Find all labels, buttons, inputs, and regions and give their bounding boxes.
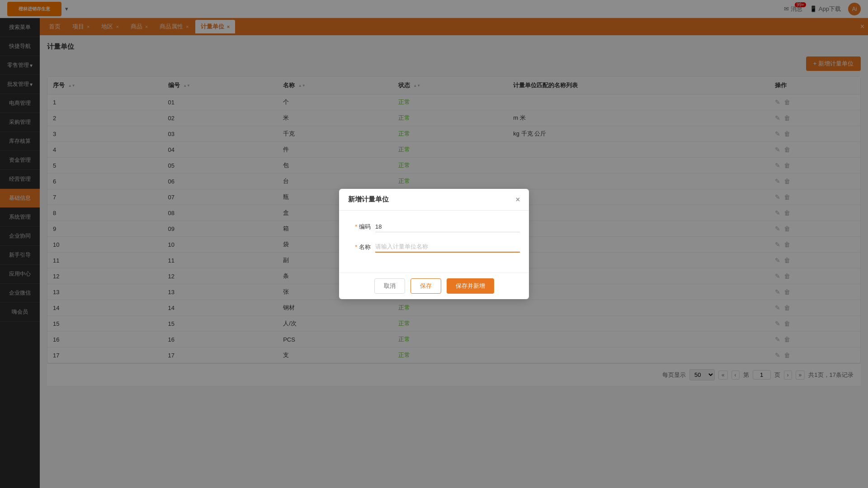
add-unit-modal: 新增计量单位 × 编码 名称 取消 保存 保存并新增 bbox=[339, 189, 529, 299]
modal-footer: 取消 保存 保存并新增 bbox=[339, 272, 529, 299]
cancel-button[interactable]: 取消 bbox=[374, 278, 405, 294]
modal-overlay: 新增计量单位 × 编码 名称 取消 保存 保存并新增 bbox=[0, 0, 868, 488]
code-label: 编码 bbox=[348, 223, 375, 231]
name-input[interactable] bbox=[375, 241, 520, 253]
save-button[interactable]: 保存 bbox=[410, 278, 441, 294]
form-row-code: 编码 bbox=[348, 221, 520, 232]
form-row-name: 名称 bbox=[348, 241, 520, 253]
modal-close-button[interactable]: × bbox=[516, 196, 520, 204]
modal-body: 编码 名称 bbox=[339, 211, 529, 272]
save-and-new-button[interactable]: 保存并新增 bbox=[447, 278, 494, 294]
modal-header: 新增计量单位 × bbox=[339, 189, 529, 211]
modal-title: 新增计量单位 bbox=[348, 195, 389, 204]
name-label: 名称 bbox=[348, 243, 375, 251]
code-input[interactable] bbox=[375, 221, 520, 232]
